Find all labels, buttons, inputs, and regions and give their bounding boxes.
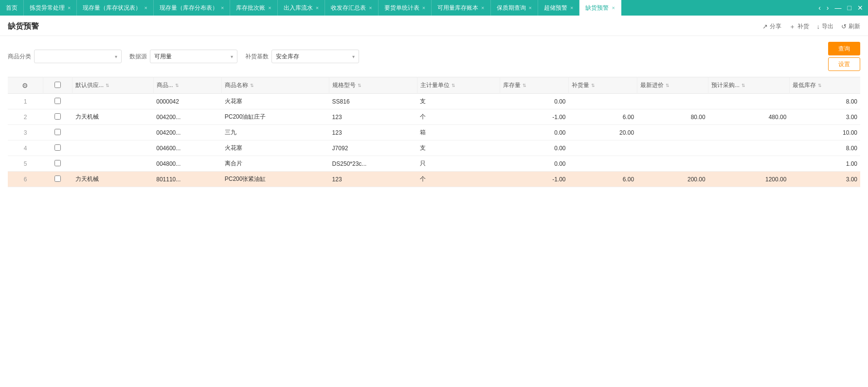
tab-order-stats[interactable]: 要货单统计表 ×: [379, 0, 432, 16]
cell-minstock: 3.00: [789, 172, 860, 187]
cell-price: [637, 156, 708, 172]
th-unit[interactable]: 主计量单位 ⇅: [417, 77, 500, 94]
share-button[interactable]: ↗ 分享: [762, 22, 781, 31]
cell-purchase: [708, 94, 790, 109]
cell-replenish: [569, 94, 637, 109]
cell-replenish: 6.00: [569, 109, 637, 125]
cell-supplier: [72, 141, 154, 156]
th-supplier[interactable]: 默认供应... ⇅: [72, 77, 154, 94]
cell-spec: J7092: [329, 141, 417, 156]
tab-scroll-left[interactable]: ‹: [815, 3, 824, 12]
tab-close-batch[interactable]: ×: [268, 5, 271, 11]
cell-code: 004200...: [153, 109, 222, 125]
filter-category-group: 商品分类 ▾: [8, 50, 122, 63]
table-row[interactable]: 6力天机械801110...PC200张紧油缸123个-1.006.00200.…: [8, 172, 860, 187]
table-row[interactable]: 3004200...三九123箱0.0020.0010.00: [8, 125, 860, 141]
page-title: 缺货预警: [8, 21, 39, 32]
table-body: 10000042火花塞SS816支0.008.002力天机械004200...P…: [8, 94, 860, 187]
cell-checkbox[interactable]: [43, 172, 72, 187]
tab-close-order-stats[interactable]: ×: [422, 5, 425, 11]
tab-close-flow[interactable]: ×: [316, 5, 319, 11]
cell-purchase: 480.00: [708, 109, 790, 125]
row-checkbox[interactable]: [54, 176, 61, 182]
tab-close-picking[interactable]: ×: [68, 5, 71, 11]
query-button[interactable]: 查询: [828, 42, 860, 55]
th-replenish[interactable]: 补货量 ⇅: [569, 77, 637, 94]
refresh-button[interactable]: ↺ 刷新: [841, 22, 860, 31]
tab-expiry[interactable]: 保质期查询 ×: [491, 0, 538, 16]
tab-close-shortage[interactable]: ×: [612, 5, 615, 11]
th-code[interactable]: 商品... ⇅: [153, 77, 222, 94]
gear-icon[interactable]: ⚙: [22, 82, 28, 89]
th-minstock[interactable]: 最低库存 ⇅: [789, 77, 860, 94]
th-spec[interactable]: 规格型号 ⇅: [329, 77, 417, 94]
th-stock[interactable]: 库存量 ⇅: [500, 77, 569, 94]
cell-price: [637, 141, 708, 156]
cell-index: 1: [8, 94, 43, 109]
cell-minstock: 8.00: [789, 94, 860, 109]
cell-index: 3: [8, 125, 43, 141]
tab-nav-buttons: ‹ › — □ ✕: [815, 3, 868, 12]
tab-close-available[interactable]: ×: [481, 5, 484, 11]
tab-batch[interactable]: 库存批次账 ×: [230, 0, 277, 16]
cell-unit: 个: [417, 172, 500, 187]
th-name[interactable]: 商品名称 ⇅: [222, 77, 329, 94]
export-button[interactable]: ↓ 导出: [817, 22, 834, 31]
tab-stock-dist[interactable]: 现存量（库存分布表） ×: [154, 0, 230, 16]
table-row[interactable]: 2力天机械004200...PC200油缸庄子123个-1.006.0080.0…: [8, 109, 860, 125]
table-row[interactable]: 5004800...离合片DS250*23c...只0.001.00: [8, 156, 860, 172]
tab-home[interactable]: 首页: [0, 0, 24, 16]
cell-supplier: 力天机械: [72, 109, 154, 125]
cell-code: 004800...: [153, 156, 222, 172]
cell-checkbox[interactable]: [43, 141, 72, 156]
datasource-chevron-icon: ▾: [231, 54, 233, 59]
tab-window-close[interactable]: ✕: [854, 3, 866, 12]
row-checkbox[interactable]: [54, 144, 61, 151]
row-checkbox[interactable]: [54, 98, 61, 104]
cell-checkbox[interactable]: [43, 109, 72, 125]
datasource-select[interactable]: 可用量 ▾: [150, 50, 237, 63]
row-checkbox[interactable]: [54, 160, 61, 166]
cell-purchase: [708, 156, 790, 172]
cell-stock: -1.00: [500, 109, 569, 125]
cell-replenish: 20.00: [569, 125, 637, 141]
tab-stock-status[interactable]: 现存量（库存状况表） ×: [77, 0, 153, 16]
datasource-value: 可用量: [154, 53, 172, 61]
tab-flow[interactable]: 出入库流水 ×: [278, 0, 325, 16]
table-wrap: ⚙ 默认供应... ⇅ 商品...: [0, 77, 868, 187]
tab-overstock[interactable]: 超储预警 ×: [538, 0, 579, 16]
tab-close-stock-dist[interactable]: ×: [221, 5, 224, 11]
th-checkbox: [43, 77, 72, 94]
base-select[interactable]: 安全库存 ▾: [271, 50, 359, 63]
table-row[interactable]: 10000042火花塞SS816支0.008.00: [8, 94, 860, 109]
cell-code: 004200...: [153, 125, 222, 141]
tab-close-summary[interactable]: ×: [369, 5, 372, 11]
row-checkbox[interactable]: [54, 129, 61, 135]
tab-picking[interactable]: 拣货异常处理 ×: [24, 0, 77, 16]
tab-scroll-right[interactable]: ›: [824, 3, 832, 12]
tab-window-max[interactable]: □: [845, 3, 854, 12]
settings-button[interactable]: 设置: [828, 57, 860, 71]
table-row[interactable]: 4004600...火花塞J7092支0.008.00: [8, 141, 860, 156]
filter-actions: 查询 设置: [828, 42, 860, 71]
tab-shortage[interactable]: 缺货预警 ×: [579, 0, 621, 16]
sort-stock-icon: ⇅: [523, 83, 526, 88]
tab-close-overstock[interactable]: ×: [570, 5, 573, 11]
replenish-button[interactable]: ＋ 补货: [789, 22, 809, 31]
th-price[interactable]: 最新进价 ⇅: [637, 77, 708, 94]
tab-window-min[interactable]: —: [832, 3, 845, 12]
cell-unit: 只: [417, 156, 500, 172]
row-checkbox[interactable]: [54, 113, 61, 120]
cell-checkbox[interactable]: [43, 156, 72, 172]
cell-checkbox[interactable]: [43, 125, 72, 141]
category-select[interactable]: ▾: [34, 50, 122, 63]
tab-close-expiry[interactable]: ×: [529, 5, 532, 11]
th-purchase[interactable]: 预计采购... ⇅: [708, 77, 790, 94]
tab-summary[interactable]: 收发存汇总表 ×: [325, 0, 378, 16]
table-header-row: ⚙ 默认供应... ⇅ 商品...: [8, 77, 860, 94]
cell-minstock: 8.00: [789, 141, 860, 156]
cell-checkbox[interactable]: [43, 94, 72, 109]
tab-close-stock-status[interactable]: ×: [144, 5, 147, 11]
select-all-checkbox[interactable]: [54, 82, 61, 88]
tab-available[interactable]: 可用量库存账本 ×: [432, 0, 490, 16]
